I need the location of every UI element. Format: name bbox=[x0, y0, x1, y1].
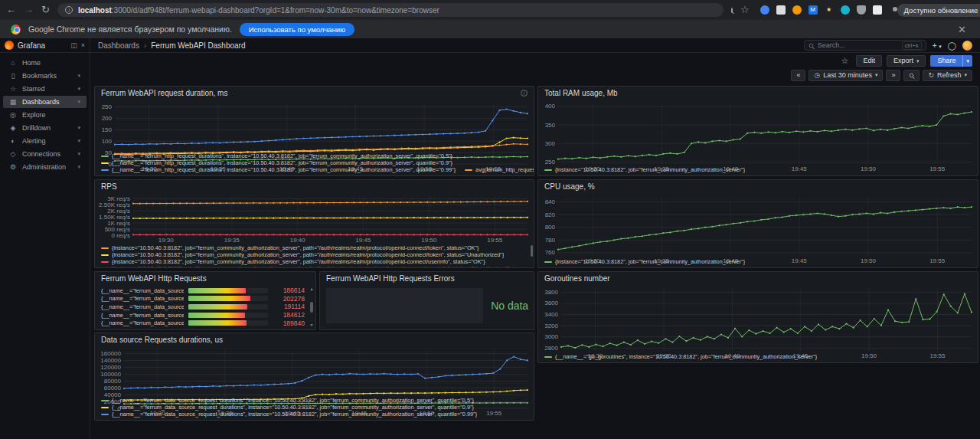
extensions-puzzle-icon[interactable] bbox=[873, 5, 882, 15]
address-bar[interactable]: i localhost:3000/d/adf948t/ferrum-webapi… bbox=[57, 3, 724, 17]
sidebar-item-label: Alerting bbox=[22, 137, 46, 145]
svg-text:1.50K req/s: 1.50K req/s bbox=[99, 214, 130, 221]
time-range-picker[interactable]: ◷Last 30 minutes▾ bbox=[808, 70, 883, 81]
svg-text:80000: 80000 bbox=[104, 378, 122, 385]
info-icon[interactable]: i bbox=[521, 90, 528, 97]
panel-title[interactable]: Ferrum WebAPI request duration, ms bbox=[101, 89, 227, 97]
timeseries-chart[interactable]: 19:3019:3519:4019:4519:5019:550 req/s500… bbox=[95, 193, 534, 244]
sidebar-item-alerting[interactable]: ◐Alerting▾ bbox=[3, 135, 87, 147]
banner-close-icon[interactable]: ✕ bbox=[958, 24, 969, 35]
export-button[interactable]: Export▾ bbox=[887, 55, 926, 67]
edit-button[interactable]: Edit bbox=[856, 55, 882, 67]
time-shift-forward-button[interactable]: » bbox=[886, 70, 900, 81]
reload-icon[interactable]: ↻ bbox=[41, 0, 50, 20]
legend-item[interactable]: {instance="10.50.40.3:8182", job="ferrum… bbox=[101, 251, 504, 258]
use-default-button[interactable]: Использовать по умолчанию bbox=[240, 23, 354, 36]
close-sidebar-icon[interactable]: × bbox=[81, 41, 85, 49]
legend-item[interactable]: {__name__="ferrum_http_request_durations… bbox=[101, 152, 452, 159]
timeseries-chart[interactable]: 19:3019:3519:4019:4519:5019:550501001502… bbox=[95, 100, 534, 152]
panel-title[interactable]: Goroutines number bbox=[544, 274, 610, 283]
grafana-logo-icon[interactable] bbox=[5, 41, 14, 50]
legend-item[interactable]: {instance="10.50.40.3:8182", job="ferrum… bbox=[101, 258, 485, 265]
sidebar-item-explore[interactable]: ◎Explore bbox=[3, 109, 87, 121]
bar-gauge-body: {__name__="ferrum_data_source_requests_t… bbox=[95, 285, 315, 329]
back-icon[interactable]: ← bbox=[6, 0, 16, 20]
extension-shield-icon[interactable] bbox=[857, 5, 866, 15]
extension-clock-icon[interactable] bbox=[792, 5, 802, 15]
series-swatch bbox=[101, 400, 109, 401]
svg-text:19:35: 19:35 bbox=[224, 237, 240, 244]
timeseries-chart[interactable]: 19:3019:3519:4019:4519:5019:552800300032… bbox=[538, 285, 978, 352]
svg-text:160000: 160000 bbox=[100, 350, 121, 357]
panel-title[interactable]: Ferrum WebAPI Http Requests bbox=[101, 274, 207, 283]
series-label: {__name__="go_goroutines", instance="10.… bbox=[555, 353, 817, 360]
help-icon[interactable]: ◯ bbox=[948, 41, 956, 50]
sidebar-item-drilldown[interactable]: ◈Drilldown▾ bbox=[3, 122, 87, 134]
panel-title[interactable]: Data source Requests durations, us bbox=[101, 336, 223, 344]
legend-item[interactable]: {__name__="ferrum_http_request_durations… bbox=[101, 159, 452, 166]
legend-item[interactable]: {instance="10.50.40.3:8182", job="ferrum… bbox=[101, 244, 479, 251]
sidebar-item-connections[interactable]: ◇Connections▾ bbox=[3, 148, 87, 160]
chart-legend: {__name__="ferrum_data_source_request_du… bbox=[95, 396, 534, 420]
legend-item[interactable]: {__name__="ferrum_http_request_durations… bbox=[101, 166, 456, 173]
legend-scrollbar[interactable] bbox=[530, 245, 533, 266]
panel-title[interactable]: Total RAM usage, Mb bbox=[544, 89, 618, 97]
chart-canvas: 19:3019:3519:4019:4519:5019:550 req/s500… bbox=[95, 193, 534, 244]
sidebar-item-bookmarks[interactable]: ▯Bookmarks▾ bbox=[3, 70, 87, 82]
chrome-update-chip[interactable]: Доступно обновление Chrome bbox=[897, 4, 980, 17]
sidebar-item-label: Drilldown bbox=[22, 124, 51, 132]
search-icon[interactable] bbox=[731, 8, 733, 13]
series-swatch bbox=[544, 356, 552, 358]
legend-item[interactable]: {__name__="ferrum_data_source_request_du… bbox=[101, 397, 474, 404]
panel-title[interactable]: CPU usage, % bbox=[544, 182, 595, 191]
timeseries-chart[interactable]: 19:3019:3519:4019:4519:5019:550200004000… bbox=[95, 346, 534, 396]
panel-title[interactable]: RPS bbox=[101, 182, 117, 191]
svg-text:840: 840 bbox=[545, 198, 556, 205]
timeseries-chart[interactable]: 19:3019:3519:4019:4519:5019:552503003504… bbox=[538, 100, 978, 165]
share-caret-icon[interactable]: ▾ bbox=[962, 55, 972, 67]
bar-gauge-row[interactable]: {__name__="ferrum_data_source_requests_t… bbox=[101, 319, 305, 326]
extension-star-icon[interactable]: ★ bbox=[825, 5, 834, 15]
legend-item[interactable]: {__name__="go_goroutines", instance="10.… bbox=[544, 353, 817, 360]
timeseries-chart[interactable]: 19:3019:3519:4019:4519:5019:557607808008… bbox=[538, 193, 978, 257]
share-button[interactable]: Share ▾ bbox=[930, 55, 972, 67]
sidebar: ⌂Home ▯Bookmarks▾ ☆Starred▾ ▦Dashboards▾… bbox=[0, 53, 90, 439]
legend-item[interactable]: {__name__="ferrum_data_source_request_du… bbox=[101, 411, 477, 418]
dock-sidebar-icon[interactable]: ◫ bbox=[70, 41, 77, 49]
extension-icon[interactable] bbox=[760, 5, 769, 15]
sidebar-item-administration[interactable]: ⚙Administration▾ bbox=[3, 161, 87, 173]
sidebar-item-dashboards[interactable]: ▦Dashboards▾ bbox=[3, 96, 87, 108]
sidebar-item-home[interactable]: ⌂Home bbox=[3, 57, 87, 69]
bar-gauge-scrollbar[interactable]: ▲▼ bbox=[309, 287, 314, 327]
legend-item[interactable]: {instance="10.50.40.3:8182", job="ferrum… bbox=[544, 166, 745, 173]
time-shift-back-button[interactable]: « bbox=[791, 70, 805, 81]
refresh-button[interactable]: ↻Refresh▾ bbox=[923, 70, 972, 81]
bar-gauge-row[interactable]: {__name__="ferrum_data_source_requests_t… bbox=[101, 303, 305, 310]
bar-gauge-row[interactable]: {__name__="ferrum_data_source_requests_t… bbox=[101, 295, 305, 302]
legend-item[interactable]: {instance="10.50.40.3:8182", job="ferrum… bbox=[101, 265, 510, 267]
add-new-button[interactable]: + ▾ bbox=[933, 41, 942, 50]
legend-item[interactable]: {__name__="ferrum_data_source_request_du… bbox=[101, 404, 474, 411]
sidebar-item-starred[interactable]: ☆Starred▾ bbox=[3, 83, 87, 95]
legend-item[interactable]: {instance="10.50.40.3:8182", job="ferrum… bbox=[544, 258, 745, 265]
series-swatch bbox=[101, 247, 109, 249]
user-avatar[interactable] bbox=[962, 41, 972, 51]
favorite-star-icon[interactable]: ☆ bbox=[841, 56, 849, 66]
search-input[interactable]: Search... ctrl+k bbox=[804, 40, 926, 51]
site-info-icon[interactable]: i bbox=[65, 6, 73, 14]
panel-title[interactable]: Ferrum WebAPI Http Requests Errors bbox=[326, 274, 455, 283]
time-range-label: Last 30 minutes bbox=[823, 71, 872, 79]
legend-item[interactable]: avg(ferrum_http_request_durations) bbox=[465, 166, 534, 173]
bar-gauge-row[interactable]: {__name__="ferrum_data_source_requests_t… bbox=[101, 312, 305, 319]
breadcrumb-dashboards[interactable]: Dashboards bbox=[98, 41, 139, 50]
extension-icon[interactable] bbox=[841, 5, 850, 15]
forward-icon[interactable]: → bbox=[24, 0, 34, 20]
svg-text:0 req/s: 0 req/s bbox=[112, 232, 130, 239]
svg-text:100: 100 bbox=[102, 138, 113, 145]
extension-m-icon[interactable]: M bbox=[808, 5, 818, 15]
bar-gauge-row[interactable]: {__name__="ferrum_data_source_requests_t… bbox=[101, 287, 305, 294]
bookmark-star-icon[interactable]: ☆ bbox=[740, 0, 750, 20]
sidebar-item-label: Dashboards bbox=[22, 98, 60, 106]
zoom-out-button[interactable] bbox=[903, 70, 920, 81]
extension-icon[interactable] bbox=[776, 5, 786, 15]
